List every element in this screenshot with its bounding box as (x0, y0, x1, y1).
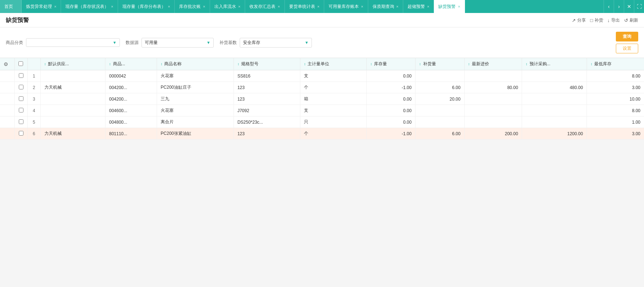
tab-receive-summary[interactable]: 收发存汇总表 × (245, 0, 284, 13)
row-checkbox[interactable] (19, 108, 23, 112)
refresh-label: 刷新 (630, 17, 638, 23)
tab-expand-button[interactable]: ⛶ (634, 0, 644, 13)
tab-batch-account[interactable]: 库存批次账 × (175, 0, 210, 13)
settings-button[interactable]: 设置 (616, 44, 638, 53)
tab-label: 出入库流水 (214, 4, 236, 10)
row-settings-cell (0, 128, 14, 140)
row-product-code: 004200... (105, 93, 157, 105)
tab-close-button[interactable]: ✕ (624, 0, 634, 13)
close-icon[interactable]: × (203, 4, 205, 9)
close-icon[interactable]: × (278, 4, 280, 9)
row-product-name: PC200油缸庄子 (157, 82, 234, 93)
latest-price-column-header[interactable]: ↕ 最新进价 (464, 58, 522, 70)
row-supplier: 力天机械 (40, 128, 105, 140)
product-name-column-header[interactable]: ↕ 商品名称 (157, 58, 234, 70)
tab-nav-buttons: ‹ › ✕ ⛶ (604, 0, 644, 13)
row-checkbox[interactable] (19, 73, 23, 78)
row-checkbox[interactable] (19, 96, 23, 101)
close-icon[interactable]: × (361, 4, 363, 9)
close-icon[interactable]: × (427, 4, 429, 9)
row-latest-price (464, 70, 522, 82)
product-code-column-header[interactable]: ↕ 商品... (105, 58, 157, 70)
row-number: 3 (27, 93, 40, 105)
stock-qty-column-header[interactable]: ↕ 库存量 (366, 58, 415, 70)
export-button[interactable]: ↓ 导出 (608, 17, 620, 23)
tab-home[interactable]: 首页 (0, 0, 22, 13)
row-settings-cell (0, 93, 14, 105)
tab-expiry-query[interactable]: 保质期查询 × (368, 0, 403, 13)
checkbox-column-header[interactable] (14, 58, 27, 70)
row-checkbox[interactable] (19, 119, 23, 124)
row-checkbox-cell[interactable] (14, 128, 27, 140)
category-select[interactable]: ▼ (26, 38, 120, 47)
tab-inout-flow[interactable]: 出入库流水 × (210, 0, 245, 13)
close-icon[interactable]: × (458, 4, 460, 9)
datasource-select[interactable]: 可用量 ▼ (142, 38, 214, 48)
close-icon[interactable]: × (168, 4, 170, 9)
replenish-base-select[interactable]: 安全库存 ▼ (240, 38, 312, 48)
tab-next-button[interactable]: › (614, 0, 624, 13)
chevron-down-icon: ▼ (305, 40, 309, 45)
spec-column-header[interactable]: ↕ 规格型号 (234, 58, 300, 70)
row-unit: 支 (300, 70, 367, 82)
table-body: 1 0000042 火花塞 SS816 支 0.00 8.00 2 力天机械 0… (0, 70, 644, 140)
main-content: 缺货预警 ↗ 分享 □ 补货 ↓ 导出 ↺ 刷新 商品分类 (0, 13, 644, 140)
row-replenish-qty: 20.00 (415, 93, 464, 105)
sort-icon: ↕ (44, 62, 46, 66)
sort-icon: ↕ (526, 62, 527, 66)
row-checkbox-cell[interactable] (14, 105, 27, 116)
close-icon[interactable]: × (396, 4, 399, 9)
tab-demand-stat[interactable]: 要货单统计表 × (285, 0, 324, 13)
row-checkbox[interactable] (19, 85, 23, 89)
row-product-code: 004800... (105, 116, 157, 128)
tab-overstock[interactable]: 超储预警 × (403, 0, 434, 13)
settings-column-header[interactable]: ⚙ (0, 58, 14, 70)
share-button[interactable]: ↗ 分享 (572, 17, 586, 23)
row-checkbox-cell[interactable] (14, 82, 27, 93)
tab-prev-button[interactable]: ‹ (604, 0, 614, 13)
row-est-purchase (522, 70, 587, 82)
row-latest-price (464, 93, 522, 105)
replenish-button[interactable]: □ 补货 (590, 17, 603, 23)
unit-column-header[interactable]: ↕ 主计量单位 (300, 58, 367, 70)
tab-available-ledger[interactable]: 可用量库存账本 × (324, 0, 368, 13)
page-header: 缺货预警 ↗ 分享 □ 补货 ↓ 导出 ↺ 刷新 (0, 13, 644, 27)
tab-shortage[interactable]: 缺货预警 × (434, 0, 465, 13)
row-checkbox-cell[interactable] (14, 70, 27, 82)
tab-label: 收发存汇总表 (249, 4, 275, 10)
min-stock-column-header[interactable]: ↕ 最低库存 (587, 58, 644, 70)
tab-label: 超储预警 (408, 4, 425, 10)
tab-label: 首页 (4, 4, 13, 10)
category-filter-group: 商品分类 ▼ (6, 38, 120, 47)
close-icon[interactable]: × (111, 4, 113, 9)
gear-icon[interactable]: ⚙ (4, 61, 8, 67)
tab-abnormal[interactable]: 炼货异常处理 × (22, 0, 61, 13)
row-checkbox-cell[interactable] (14, 93, 27, 105)
table-header-row: ⚙ ↕ 默认供应... ↕ 商品... ↕ (0, 58, 644, 70)
filter-actions: 查询 设置 (616, 32, 638, 53)
query-button[interactable]: 查询 (616, 32, 638, 41)
tab-inventory-dist[interactable]: 现存量（库存分布表） × (118, 0, 175, 13)
row-stock-qty: 0.00 (366, 70, 415, 82)
row-replenish-qty: 6.00 (415, 82, 464, 93)
close-icon[interactable]: × (317, 4, 319, 9)
row-checkbox[interactable] (19, 131, 23, 136)
category-label: 商品分类 (6, 40, 23, 46)
table-row: 5 004800... 离合片 DS250*23c... 只 0.00 1.00 (0, 116, 644, 128)
supplier-column-header[interactable]: ↕ 默认供应... (40, 58, 105, 70)
close-icon[interactable]: × (54, 4, 56, 9)
close-icon[interactable]: × (238, 4, 240, 9)
replenish-label: 补货 (595, 17, 603, 23)
select-all-checkbox[interactable] (18, 61, 23, 66)
datasource-filter-group: 数据源 可用量 ▼ (126, 38, 214, 48)
table-row: 1 0000042 火花塞 SS816 支 0.00 8.00 (0, 70, 644, 82)
est-purchase-column-header[interactable]: ↕ 预计采购... (522, 58, 587, 70)
row-unit: 支 (300, 105, 367, 116)
row-number: 1 (27, 70, 40, 82)
replenish-qty-column-header[interactable]: ↕ 补货量 (415, 58, 464, 70)
row-settings-cell (0, 105, 14, 116)
row-checkbox-cell[interactable] (14, 116, 27, 128)
tab-inventory-status[interactable]: 现存量（库存状况表） × (61, 0, 118, 13)
refresh-button[interactable]: ↺ 刷新 (624, 17, 638, 23)
row-supplier (40, 105, 105, 116)
